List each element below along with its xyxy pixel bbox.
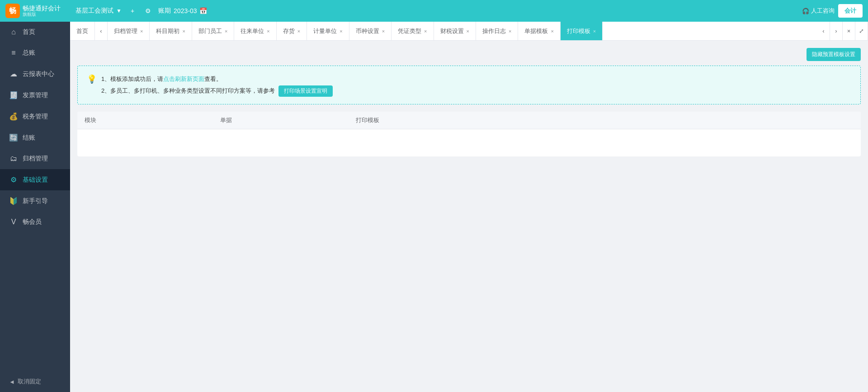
guide-icon: 🔰 [9, 197, 18, 205]
tab-label-unit: 计量单位 [313, 27, 337, 35]
tab-close-all-button[interactable]: × [843, 22, 855, 40]
tab-back-button[interactable]: ‹ [95, 22, 108, 40]
sidebar-item-invoice[interactable]: 🧾 发票管理 [0, 85, 70, 106]
invoice-icon: 🧾 [9, 91, 18, 99]
service-label: 人工咨询 [811, 7, 835, 15]
vip-icon: V [9, 218, 18, 226]
tab-close-single[interactable]: × [551, 28, 553, 34]
notice-line1-prefix: 1、模板添加成功后，请 [101, 76, 163, 82]
add-tab-button[interactable]: + [127, 5, 138, 16]
top-right: 🎧 人工咨询 会计 [802, 4, 863, 18]
tab-unit[interactable]: 计量单位 × [307, 22, 349, 40]
tab-close-stock[interactable]: × [297, 28, 300, 34]
tab-label-archive: 归档管理 [114, 27, 137, 35]
sidebar-label-invoice: 发票管理 [23, 91, 48, 99]
tab-close-print[interactable]: × [593, 28, 596, 34]
notice-box: 💡 1、模板添加成功后，请点击刷新新页面查看。 2、多员工、多打印机、多种业务类… [77, 66, 861, 104]
col-header-template: 打印模板 [356, 116, 854, 124]
company-name: 基层工会测试 [75, 7, 113, 15]
data-table: 模块 单据 打印模板 [77, 112, 861, 156]
tab-close-operation[interactable]: × [509, 28, 511, 34]
notice-line2: 2、多员工、多打印机、多种业务类型设置不同打印方案等，请参考 打印场景设置宣明 [101, 85, 333, 97]
cancel-pin-button[interactable]: ◄ 取消固定 [0, 371, 70, 392]
tab-dept[interactable]: 部门员工 × [192, 22, 234, 40]
sidebar-label-guide: 新手引导 [23, 197, 48, 205]
tab-label-operation: 操作日志 [482, 27, 506, 35]
tab-close-voucher-type[interactable]: × [424, 28, 427, 34]
tab-operation[interactable]: 操作日志 × [476, 22, 518, 40]
tab-home[interactable]: 首页 [70, 22, 95, 40]
period-label: 账期 [158, 7, 171, 15]
logo-text: 畅捷通好会计 旗舰版 [23, 5, 61, 18]
period-value: 2023-03 [174, 7, 197, 14]
col-header-module: 模块 [85, 116, 220, 124]
tab-voucher-type[interactable]: 凭证类型 × [392, 22, 434, 40]
tab-label-voucher-type: 凭证类型 [398, 27, 421, 35]
tab-close-archive[interactable]: × [140, 28, 143, 34]
sidebar-label-settings: 基础设置 [23, 176, 48, 184]
tab-close-subject[interactable]: × [182, 28, 185, 34]
table-header: 模块 单据 打印模板 [77, 112, 861, 129]
service-button[interactable]: 🎧 人工咨询 [802, 7, 835, 15]
sidebar-item-settings[interactable]: ⚙ 基础设置 [0, 169, 70, 190]
main-layout: ⌂ 首页 ≡ 总账 ☁ 云报表中心 🧾 发票管理 💰 税务管理 🔄 结账 🗂 归… [0, 22, 868, 392]
page-content: 隐藏预置模板设置 💡 1、模板添加成功后，请点击刷新新页面查看。 2、多员工、多… [70, 41, 868, 392]
tab-currency[interactable]: 币种设置 × [349, 22, 392, 40]
tab-subject[interactable]: 科目期初 × [150, 22, 192, 40]
sidebar-item-tax[interactable]: 💰 税务管理 [0, 106, 70, 127]
tab-label-stock: 存货 [283, 27, 295, 35]
settings-icon-button[interactable]: ⚙ [142, 5, 155, 16]
sidebar-item-guide[interactable]: 🔰 新手引导 [0, 190, 70, 212]
col-header-voucher: 单据 [220, 116, 356, 124]
tab-print[interactable]: 打印模板 × [561, 22, 603, 40]
tab-close-vendor[interactable]: × [267, 28, 269, 34]
tab-tax-set[interactable]: 财税设置 × [434, 22, 476, 40]
tax-icon: 💰 [9, 112, 18, 121]
sidebar-label-settle: 结账 [23, 134, 35, 142]
hide-template-button[interactable]: 隐藏预置模板设置 [807, 48, 861, 61]
notice-refresh-link[interactable]: 点击刷新新页面 [163, 76, 204, 82]
notice-text: 1、模板添加成功后，请点击刷新新页面查看。 2、多员工、多打印机、多种业务类型设… [101, 73, 333, 97]
tab-close-currency[interactable]: × [382, 28, 385, 34]
sidebar-label-tax: 税务管理 [23, 113, 48, 121]
account-button[interactable]: 会计 [838, 4, 863, 18]
tab-close-unit[interactable]: × [340, 28, 342, 34]
content-area: 首页 ‹ 归档管理 × 科目期初 × 部门员工 × 往来单位 × 存货 × [70, 22, 868, 392]
tab-single[interactable]: 单据模板 × [518, 22, 560, 40]
tab-label-home: 首页 [76, 27, 88, 35]
tab-label-subject: 科目期初 [156, 27, 179, 35]
ledger-icon: ≡ [9, 49, 18, 57]
sidebar-item-vip[interactable]: V 畅会员 [0, 212, 70, 232]
sidebar-item-settle[interactable]: 🔄 结账 [0, 127, 70, 148]
logo-area: 畅 畅捷通好会计 旗舰版 [5, 4, 75, 18]
period-area: 账期 2023-03 📅 [158, 7, 207, 15]
explain-button[interactable]: 打印场景设置宣明 [278, 85, 333, 97]
logo-icon: 畅 [5, 4, 20, 18]
tab-label-currency: 币种设置 [356, 27, 379, 35]
sidebar-item-home[interactable]: ⌂ 首页 [0, 22, 70, 43]
tab-prev-button[interactable]: ‹ [817, 22, 830, 40]
settings-icon: ⚙ [9, 175, 18, 184]
tab-close-dept[interactable]: × [225, 28, 227, 34]
notice-line2-prefix: 2、多员工、多打印机、多种业务类型设置不同打印方案等，请参考 [101, 87, 275, 94]
sidebar-item-archive[interactable]: 🗂 归档管理 [0, 148, 70, 169]
tab-fullscreen-button[interactable]: ⤢ [855, 22, 868, 40]
tab-stock[interactable]: 存货 × [277, 22, 307, 40]
sidebar-item-report[interactable]: ☁ 云报表中心 [0, 63, 70, 85]
sidebar-label-ledger: 总账 [23, 49, 35, 57]
tab-close-tax-set[interactable]: × [467, 28, 469, 34]
notice-line1-suffix: 查看。 [204, 76, 222, 82]
table-body [77, 129, 861, 156]
company-arrow-icon[interactable]: ▼ [116, 8, 122, 14]
tab-next-button[interactable]: › [830, 22, 843, 40]
sidebar-label-home: 首页 [23, 28, 35, 36]
settle-icon: 🔄 [9, 133, 18, 142]
sidebar-item-ledger[interactable]: ≡ 总账 [0, 43, 70, 63]
sidebar-label-vip: 畅会员 [23, 218, 42, 226]
tab-vendor[interactable]: 往来单位 × [234, 22, 276, 40]
calendar-icon[interactable]: 📅 [199, 7, 207, 14]
tab-label-tax-set: 财税设置 [440, 27, 464, 35]
sidebar: ⌂ 首页 ≡ 总账 ☁ 云报表中心 🧾 发票管理 💰 税务管理 🔄 结账 🗂 归… [0, 22, 70, 392]
tab-archive[interactable]: 归档管理 × [108, 22, 150, 40]
tab-nav-right: ‹ › × ⤢ [817, 22, 868, 40]
